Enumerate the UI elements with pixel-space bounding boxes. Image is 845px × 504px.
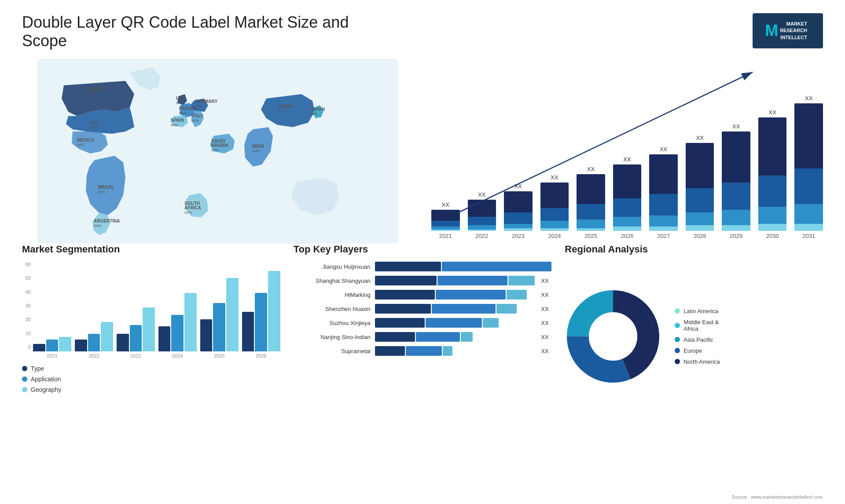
seg-col [226,278,239,351]
player-seg-1 [437,276,508,285]
bar-seg-1 [722,183,750,209]
bar-stacked-2030 [758,117,787,231]
svg-text:xx%: xx% [184,210,192,215]
seg-x-2026: 2026 [256,353,266,358]
bar-seg-0 [613,164,642,198]
bar-stacked-2025 [577,174,605,231]
bar-seg-2 [649,215,678,227]
middle-east-dot [675,323,680,328]
svg-text:SPAIN: SPAIN [171,118,184,123]
bar-seg-0 [504,191,533,212]
svg-text:xx%: xx% [195,104,202,108]
logo-box: M MARKETRESEARCHINTELLECT [753,13,823,48]
legend-north-america: North America [675,358,720,365]
player-name-0: Jiangsu Huijinxuan [294,263,371,270]
bar-group-2026: XX [613,156,642,231]
bar-group-2030: XX [758,109,787,231]
svg-text:JAPAN: JAPAN [310,107,325,112]
svg-text:AFRICA: AFRICA [184,205,201,210]
svg-text:U.S.: U.S. [90,120,99,125]
bar-seg-1 [794,168,823,204]
svg-text:ITALY: ITALY [191,113,204,118]
seg-col [46,340,59,351]
bar-x-label-2025: 2025 [577,233,605,239]
seg-x-2023: 2023 [130,353,141,358]
player-bars-1 [375,276,535,285]
player-value-4: XX [541,320,551,326]
player-row-6: SuprametalXX [294,346,552,356]
bar-seg-1 [649,194,678,215]
bar-x-label-2022: 2022 [468,233,496,239]
bar-stacked-2028 [686,143,714,231]
bar-x-label-2030: 2030 [758,233,787,239]
bar-value-2025: XX [587,166,595,172]
bar-value-2023: XX [514,183,522,190]
bar-seg-0 [540,183,569,208]
player-row-1: Shanghai ShangyuanXX [294,276,552,285]
player-name-3: Shenzhen Huaxin [294,306,371,312]
players-list: Jiangsu HuijinxuanShanghai ShangyuanXXHi… [294,262,552,411]
seg-bar-row-2022 [75,263,113,351]
bar-seg-3 [722,225,750,231]
bar-group-2022: XX [468,191,496,231]
player-seg-0 [375,290,435,299]
bar-seg-2 [613,217,642,227]
europe-dot [675,348,680,353]
bar-seg-2 [686,212,714,225]
bar-seg-3 [577,228,605,231]
svg-text:xx%: xx% [252,149,260,153]
svg-text:CHINA: CHINA [279,104,293,109]
bar-seg-2 [504,224,533,228]
player-row-0: Jiangsu Huijinxuan [294,262,552,271]
svg-text:ARGENTINA: ARGENTINA [94,219,120,223]
bar-x-label-2027: 2027 [649,233,678,239]
seg-bar-row-2023 [117,263,155,351]
player-row-3: Shenzhen HuaxinXX [294,304,552,314]
north-america-dot [675,359,680,364]
player-name-5: Nanjing Sino-Indian [294,334,371,340]
source-text: Source : www.marketresearchintellect.com [731,494,823,500]
svg-text:xx%: xx% [176,101,184,105]
bar-x-label-2026: 2026 [613,233,642,239]
bar-chart-bars: XXXXXXXXXXXXXXXXXXXXXX [431,81,823,231]
bar-seg-2 [577,219,605,228]
svg-text:xx%: xx% [85,91,92,96]
seg-group-2025: 2025 [200,263,239,358]
seg-bar-row-2021 [33,263,71,351]
seg-group-2024: 2024 [158,263,197,358]
bar-seg-0 [431,210,460,221]
player-bars-6 [375,346,535,356]
player-bars-3 [375,304,535,314]
seg-legend-geo-label: Geography [31,386,61,393]
bar-x-label-2023: 2023 [504,233,533,239]
player-bars-2 [375,290,535,299]
bar-seg-3 [649,226,678,231]
seg-legend-app: Application [22,376,280,383]
svg-text:xx%: xx% [310,112,318,116]
bar-seg-2 [758,207,787,224]
regional-title: Regional Analysis [565,244,823,255]
player-seg-2 [443,346,453,356]
player-row-2: HiMarkingXX [294,290,552,299]
bar-group-2023: XX [504,183,533,231]
legend-asia-pacific: Asia Pacific [675,336,720,343]
bar-group-2025: XX [577,166,605,231]
middle-east-label: Middle East &Africa [683,319,719,332]
seg-y-axis: 60 50 40 30 20 10 0 [22,262,31,358]
player-value-6: XX [541,348,551,354]
seg-group-2023: 2023 [117,263,155,358]
seg-x-2022: 2022 [88,353,99,358]
north-america-label: North America [683,358,720,365]
svg-text:xx%: xx% [179,111,187,115]
player-seg-1 [406,346,442,356]
player-name-2: HiMarking [294,292,371,298]
svg-text:MEXICO: MEXICO [77,138,95,142]
svg-text:xx%: xx% [279,109,286,113]
player-bars-0 [375,262,552,271]
seg-bar-row-2024 [158,263,197,351]
bar-seg-0 [686,143,714,188]
bar-group-2024: XX [540,174,569,231]
logo-m-letter: M [765,22,778,40]
seg-bar-row-2025 [200,263,239,351]
svg-text:xx%: xx% [171,123,178,127]
